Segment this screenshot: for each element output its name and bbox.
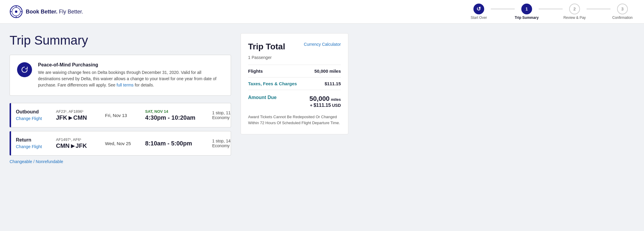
outbound-route: JFK ▶ CMN (56, 114, 98, 121)
return-date-col: Wed, Nov 25 (105, 141, 138, 146)
step-connector-1 (491, 9, 515, 9)
peace-body: We are waiving change fees on Delta book… (38, 69, 224, 88)
taxes-label: Taxes, Fees & Charges (248, 81, 297, 86)
flights-label: Flights (248, 69, 263, 74)
flights-value: 50,000 miles (315, 69, 341, 74)
main-content: Trip Summary Peace-of-Mind Purchasing We… (0, 24, 644, 231)
outbound-date: Fri, Nov 13 (105, 113, 138, 118)
amount-miles-row: 50,000 miles (309, 95, 341, 103)
peace-title: Peace-of-Mind Purchasing (38, 62, 224, 68)
changeable-tag[interactable]: Changeable / Nonrefundable (10, 159, 231, 164)
return-stops: 1 stop, 14h 50m (212, 139, 231, 143)
return-time-col: 8:10am - 5:00pm (145, 140, 205, 147)
step-connector-3 (587, 9, 610, 9)
taxes-value: $111.15 (325, 81, 341, 86)
logo-text: Book Better. Fly Better. (26, 9, 83, 15)
trip-total-title: Trip Total (248, 42, 285, 51)
outbound-time-range: 4:30pm - 10:20am (145, 114, 205, 121)
outbound-flight-card: Outbound Change Flight AF23¹, AF1896¹ JF… (10, 103, 231, 127)
step-label-restart: Start Over (471, 16, 487, 20)
outbound-codes-col: AF23¹, AF1896¹ JFK ▶ CMN (56, 109, 98, 121)
header: Book Better. Fly Better. ↺ Start Over 1 … (0, 0, 644, 24)
step-circle-restart[interactable]: ↺ (473, 4, 484, 14)
step-review-pay[interactable]: 2 Review & Pay (563, 4, 587, 20)
return-route-to: JFK (76, 142, 87, 149)
return-route-from: CMN (56, 142, 70, 149)
outbound-route-arrow: ▶ (69, 115, 72, 121)
amount-due-row: Amount Due 50,000 miles + $111.15 USD (248, 90, 341, 112)
step-circle-1[interactable]: 1 (521, 4, 532, 14)
amount-usd: $111.15 (314, 103, 331, 108)
step-label-1: Trip Summary (515, 16, 539, 20)
outbound-highlight-date: SAT, NOV 14 (145, 109, 205, 114)
currency-calculator-link[interactable]: Currency Calculator (304, 42, 341, 47)
step-label-3: Confirmation (612, 16, 633, 20)
return-date: Wed, Nov 25 (105, 141, 138, 146)
return-route-arrow: ▶ (71, 143, 75, 149)
step-connector-2 (539, 9, 563, 9)
outbound-flight-num: AF23¹, AF1896¹ (56, 109, 98, 114)
step-trip-summary[interactable]: 1 Trip Summary (515, 4, 539, 20)
step-circle-3[interactable]: 3 (617, 4, 628, 14)
passenger-count: 1 Passenger (248, 55, 341, 60)
trip-total-header: Trip Total Currency Calculator (248, 42, 341, 51)
amount-due-value: 50,000 miles + $111.15 USD (309, 95, 341, 108)
logo-area: Book Better. Fly Better. (10, 5, 83, 18)
right-column: Trip Total Currency Calculator 1 Passeng… (241, 33, 348, 224)
return-type-col: Return Change Flight (16, 137, 49, 149)
outbound-change-flight-link[interactable]: Change Flight (16, 116, 42, 121)
taxes-cost-row: Taxes, Fees & Charges $111.15 (248, 77, 341, 90)
peace-of-mind-box: Peace-of-Mind Purchasing We are waiving … (10, 55, 231, 96)
return-cabin: Economy (212, 143, 231, 148)
step-label-2: Review & Pay (564, 16, 586, 20)
award-note: Award Tickets Cannot Be Redeposited Or C… (248, 114, 341, 126)
return-time-range: 8:10am - 5:00pm (145, 140, 205, 147)
return-stops-col: 1 stop, 14h 50m Economy (212, 139, 231, 148)
return-flight-card: Return Change Flight AF1497¹, AF6¹ CMN ▶… (10, 131, 231, 156)
outbound-type-col: Outbound Change Flight (16, 109, 49, 121)
left-column: Trip Summary Peace-of-Mind Purchasing We… (10, 33, 231, 224)
amount-usd-row: + $111.15 USD (309, 103, 341, 108)
page-title: Trip Summary (10, 33, 231, 48)
outbound-route-from: JFK (56, 114, 67, 121)
amount-miles: 50,000 (309, 95, 329, 102)
peace-text: Peace-of-Mind Purchasing We are waiving … (38, 62, 224, 88)
amount-miles-unit: miles (331, 97, 341, 102)
step-circle-2[interactable]: 2 (569, 4, 580, 14)
trip-total-box: Trip Total Currency Calculator 1 Passeng… (241, 33, 348, 134)
progress-steps: ↺ Start Over 1 Trip Summary 2 Review & P… (467, 4, 634, 20)
return-flight-num: AF1497¹, AF6¹ (56, 137, 98, 142)
peace-icon (17, 62, 32, 77)
return-flight-row: Return Change Flight AF1497¹, AF6¹ CMN ▶… (11, 131, 231, 155)
flights-cost-row: Flights 50,000 miles (248, 65, 341, 77)
outbound-flight-row: Outbound Change Flight AF23¹, AF1896¹ JF… (11, 103, 231, 127)
outbound-stops-col: 1 stop, 11h 50m Economy (212, 110, 231, 120)
outbound-time-col: SAT, NOV 14 4:30pm - 10:20am (145, 109, 205, 121)
return-route: CMN ▶ JFK (56, 142, 98, 149)
outbound-cabin: Economy (212, 115, 231, 120)
step-confirmation[interactable]: 3 Confirmation (610, 4, 634, 20)
svg-point-2 (15, 10, 17, 13)
return-codes-col: AF1497¹, AF6¹ CMN ▶ JFK (56, 137, 98, 149)
amount-due-label: Amount Due (248, 95, 277, 100)
logo-icon (10, 5, 23, 18)
outbound-stops: 1 stop, 11h 50m (212, 110, 231, 115)
outbound-type-label: Outbound (16, 109, 49, 115)
full-terms-link[interactable]: full terms (117, 83, 134, 87)
return-change-flight-link[interactable]: Change Flight (16, 144, 42, 149)
outbound-date-col: Fri, Nov 13 (105, 113, 138, 118)
return-type-label: Return (16, 137, 49, 143)
outbound-route-to: CMN (73, 114, 87, 121)
page-wrapper: Book Better. Fly Better. ↺ Start Over 1 … (0, 0, 644, 231)
step-start-over[interactable]: ↺ Start Over (467, 4, 491, 20)
